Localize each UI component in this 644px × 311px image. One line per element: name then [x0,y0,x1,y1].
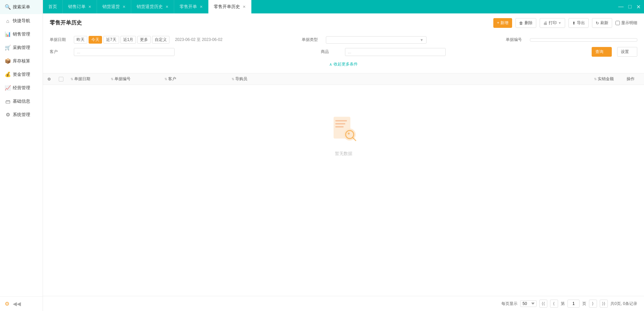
select-all-checkbox[interactable] [59,77,63,82]
sidebar-item-sys-mgmt[interactable]: ⚙ 系统管理 [0,108,43,121]
window-restore-icon[interactable]: □ [628,4,632,10]
tab-sales-return[interactable]: 销货退货 ✕ [97,0,131,13]
settings-icon: ⚙ [5,112,11,118]
sort-guide-icon: ⇅ [232,77,234,81]
page-title-row: 零售开单历史 + 新增 🗑 删除 🖨 打印 ▼ ⬆ 导出 [50,18,637,28]
content-area: 零售开单历史 + 新增 🗑 删除 🖨 打印 ▼ ⬆ 导出 [43,13,644,311]
th-action: 操作 [617,76,644,82]
empty-state: 暂无数据 [43,85,644,177]
box-icon: 📦 [5,58,11,64]
tab-retail-open-close[interactable]: ✕ [200,5,203,9]
window-minimize-icon[interactable]: — [618,4,624,10]
svg-rect-3 [335,126,344,127]
sidebar-item-operations[interactable]: 📈 经营管理 [0,81,43,95]
type-filter-dropdown-icon: ▼ [420,38,424,42]
date-filter-btns: 昨天 今天 近7天 近1月 更多 自定义 [74,36,169,44]
th-date[interactable]: ⇅ 单据日期 [67,76,107,82]
window-close-icon[interactable]: ✕ [636,4,641,10]
filter-area: 单据日期 昨天 今天 近7天 近1月 更多 自定义 2023-06-02 至 2… [50,32,637,73]
empty-illustration [327,112,360,145]
sidebar-item-basic-info[interactable]: 🗃 基础信息 [0,95,43,108]
sidebar-item-label: 销售管理 [13,31,30,37]
sort-num-icon: ⇅ [111,77,113,81]
collapse-filter-btn[interactable]: ∧ 收起更多条件 [50,60,637,70]
date-range-display: 2023-06-02 至 2023-06-02 [175,37,222,43]
prev-page-btn[interactable]: ⟨ [550,300,558,308]
database-icon: 🗃 [5,99,11,104]
tab-retail-history-close[interactable]: ✕ [243,5,246,9]
th-settings[interactable]: ⚙ [43,77,55,82]
per-page-select[interactable]: 50 100 200 [520,300,537,307]
column-settings-icon[interactable]: ⚙ [47,77,51,82]
tab-home[interactable]: 首页 [43,0,63,13]
tab-sales-return-history-label: 销货退货历史 [137,4,163,10]
tab-bar: 首页 销售订单 ✕ 销货退货 ✕ 销货退货历史 ✕ 零售开单 ✕ 零售开单历史 … [43,0,644,13]
gear-bottom-icon[interactable]: ⚙ [5,301,9,307]
query-button[interactable]: 查询 [592,47,612,57]
tab-home-label: 首页 [48,4,57,10]
date-btn-yesterday[interactable]: 昨天 [74,36,87,44]
num-filter-label: 单据编号 [506,37,525,43]
collapse-sidebar-icon[interactable]: ◀◀ [13,301,21,307]
date-btn-7days[interactable]: 近7天 [103,36,119,44]
date-btn-more[interactable]: 更多 [137,36,151,44]
chart-icon: 📊 [5,31,11,37]
print-button[interactable]: 🖨 打印 ▼ [540,18,565,28]
sidebar-item-label: 采购管理 [13,45,30,51]
operations-icon: 📈 [5,85,11,91]
add-button[interactable]: + 新增 [493,18,512,28]
customer-filter-input[interactable]: ... [74,48,175,56]
sidebar-item-label: 经营管理 [13,85,30,91]
export-icon: ⬆ [572,21,576,25]
tab-retail-history-label: 零售开单历史 [214,4,240,10]
per-page-label: 每页显示 [501,301,517,307]
th-checkbox[interactable] [55,77,67,82]
tab-sales-order[interactable]: 销售订单 ✕ [63,0,97,13]
filter-row-2: 客户 ... 商品 ... 查询 设置 [50,47,637,57]
refresh-button[interactable]: ↻ 刷新 [592,18,612,28]
search-icon: 🔍 [5,4,11,10]
tab-sales-return-history[interactable]: 销货退货历史 ✕ [131,0,174,13]
sidebar-item-finance[interactable]: 💰 资金管理 [0,68,43,81]
sidebar-item-inventory[interactable]: 📦 库存核算 [0,54,43,68]
goods-filter-input[interactable]: ... [345,48,446,56]
page-header: 零售开单历史 + 新增 🗑 删除 🖨 打印 ▼ ⬆ 导出 [43,13,644,73]
tab-sales-return-close[interactable]: ✕ [122,5,126,9]
sidebar-item-quick-nav[interactable]: ⌂ 快捷导航 [0,14,43,28]
num-filter-input[interactable] [530,38,637,42]
export-button[interactable]: ⬆ 导出 [568,18,589,28]
sidebar-item-purchase-mgmt[interactable]: 🛒 采购管理 [0,41,43,54]
tab-retail-history[interactable]: 零售开单历史 ✕ [208,0,251,13]
settings-filter-button[interactable]: 设置 [617,47,637,57]
display-detail-toggle[interactable]: 显示明细 [615,20,637,26]
page-number-input[interactable] [567,300,580,308]
sidebar-search[interactable]: 🔍 搜索采单 [0,0,43,14]
first-page-btn[interactable]: ⟨⟨ [539,300,547,308]
display-detail-checkbox[interactable] [615,21,620,25]
sidebar-item-label: 快捷导航 [13,18,30,24]
refresh-icon: ↻ [596,21,599,25]
toolbar: + 新增 🗑 删除 🖨 打印 ▼ ⬆ 导出 ↻ [493,18,637,28]
date-btn-today[interactable]: 今天 [89,36,102,44]
last-page-btn[interactable]: ⟩⟩ [600,300,608,308]
th-num[interactable]: ⇅ 单据编号 [107,76,161,82]
date-btn-1month[interactable]: 近1月 [120,36,136,44]
money-icon: 💰 [5,71,11,77]
th-guide[interactable]: ⇅ 导购员 [228,76,268,82]
pagination: 每页显示 50 100 200 ⟨⟨ ⟨ 第 页 ⟩ ⟩⟩ 共0页, 0条记录 [43,296,644,311]
sidebar-item-sales-mgmt[interactable]: 📊 销售管理 [0,28,43,41]
tab-retail-open[interactable]: 零售开单 ✕ [174,0,208,13]
date-btn-custom[interactable]: 自定义 [152,36,169,44]
total-label: 共0页, 0条记录 [610,301,637,307]
sidebar-item-label: 系统管理 [13,112,30,118]
sidebar-item-label: 基础信息 [13,98,30,104]
tab-sales-order-close[interactable]: ✕ [88,5,91,9]
tab-sales-return-history-close[interactable]: ✕ [165,5,168,9]
th-customer[interactable]: ⇅ 客户 [161,76,228,82]
delete-button[interactable]: 🗑 删除 [515,18,536,28]
next-page-btn[interactable]: ⟩ [589,300,597,308]
th-amount[interactable]: ⇅ 实销金额 [268,76,617,82]
svg-rect-2 [335,123,345,124]
type-filter-select[interactable]: ▼ [326,36,427,44]
svg-point-7 [348,133,350,135]
